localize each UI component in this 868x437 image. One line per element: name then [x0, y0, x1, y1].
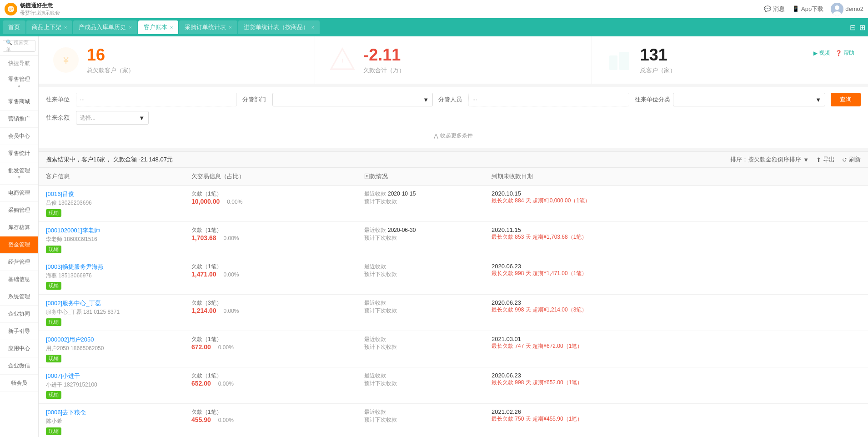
- debt-amount-0[interactable]: 10,000.00: [191, 198, 220, 205]
- overdue-link-5[interactable]: 超期¥652.00（1笔）: [532, 379, 582, 386]
- balance-select[interactable]: 选择... ▼: [76, 111, 149, 125]
- sidebar-item-retail-stats[interactable]: 零售统计: [0, 145, 38, 162]
- help-btn[interactable]: ❓ 帮助: [835, 49, 854, 57]
- sidebar-item-purchase[interactable]: 采购管理: [0, 202, 38, 219]
- view-btn[interactable]: ▶ 视频: [813, 49, 830, 57]
- result-actions: 排序：按欠款金额倒序排序 ▼ ⬆ 导出 ↺ 刷新: [730, 156, 861, 164]
- debt-amount-5[interactable]: 652.00: [191, 380, 211, 387]
- sidebar-item-batch-mgmt[interactable]: 批发管理 ▼: [0, 162, 38, 185]
- result-info: 搜索结果中，客户16家， 欠款金额 -21,148.07元: [46, 156, 173, 164]
- sidebar-nav: 零售管理 ▲ 零售商城 营销推广 会员中心 零售统计 批发管理 ▼ 电商管理: [0, 71, 38, 392]
- tab-customer-account[interactable]: 客户账本 ×: [138, 20, 178, 34]
- tab-product-in-close[interactable]: ×: [129, 25, 131, 30]
- sidebar-item-basic-info[interactable]: 基础信息: [0, 271, 38, 288]
- tab-product-off[interactable]: 商品上下架 ×: [26, 20, 72, 34]
- tab-product-in[interactable]: 产成品入库单历史 ×: [73, 20, 137, 34]
- app-subtitle: 母婴行业演示账套: [20, 10, 60, 16]
- tab-purchase-order[interactable]: 采购订单统计表 ×: [179, 20, 237, 34]
- customer-sub-4: 用户2050 18665062050: [46, 345, 191, 352]
- sidebar-item-retail-mall[interactable]: 零售商城: [0, 93, 38, 111]
- customer-name-5[interactable]: [0007]小进干: [46, 372, 80, 379]
- overdue-link-1[interactable]: 超期¥1,703.68（1笔）: [532, 234, 587, 240]
- overdue-link-0[interactable]: 超期¥10,000.00（1笔）: [532, 197, 590, 204]
- top-bar: 好 畅捷通好生意 母婴行业演示账套 💬 消息 📱 App下载 demo2: [0, 0, 868, 18]
- sidebar-item-corp-wechat[interactable]: 企业微信: [0, 357, 38, 375]
- svg-point-3: [835, 5, 839, 10]
- app-download-btn[interactable]: 📱 App下载: [792, 5, 823, 13]
- refresh-btn[interactable]: ↺ 刷新: [842, 156, 861, 164]
- export-btn[interactable]: ⬆ 导出: [816, 156, 835, 164]
- debt-amount-2[interactable]: 1,471.00: [191, 271, 216, 278]
- result-summary-text: 搜索结果中，客户16家: [46, 156, 105, 163]
- debt-amount-6[interactable]: 455.90: [191, 416, 211, 423]
- debt-cell-5: 欠款（1笔） 652.00 0.00%: [191, 372, 364, 387]
- tab-product-off-close[interactable]: ×: [64, 25, 67, 30]
- customer-name-2[interactable]: [0003]畅捷服务尹海燕: [46, 263, 104, 270]
- avatar: [831, 3, 843, 15]
- sidebar-item-operations[interactable]: 经营管理: [0, 254, 38, 271]
- tag-5: 现销: [46, 391, 61, 399]
- tab-purchase-stats-close[interactable]: ×: [311, 25, 314, 30]
- customer-name-6[interactable]: [0006]去下粮仓: [46, 409, 86, 416]
- customer-name-1[interactable]: [0001020001]李老师: [46, 227, 100, 234]
- debt-percent-0: 0.00%: [227, 199, 242, 205]
- sidebar-item-app-center[interactable]: 应用中心: [0, 340, 38, 357]
- overdue-link-6[interactable]: 超期¥455.90（1笔）: [532, 416, 582, 422]
- tab-bar: 首页 商品上下架 × 产成品入库单历史 × 客户账本 × 采购订单统计表 × 进…: [0, 18, 868, 36]
- tab-customer-account-close[interactable]: ×: [170, 25, 173, 30]
- dept-select[interactable]: ▼: [272, 93, 433, 106]
- customer-name-4[interactable]: [000002]用户2050: [46, 336, 94, 343]
- card-icon-3: [606, 46, 633, 74]
- filter-row-2: 往来余额 选择... ▼: [46, 111, 861, 125]
- user-avatar-area[interactable]: demo2: [831, 3, 863, 15]
- basic-info-label: 基础信息: [3, 276, 35, 283]
- sidebar-item-member[interactable]: 会员中心: [0, 128, 38, 145]
- debt-amount-1[interactable]: 1,703.68: [191, 234, 216, 241]
- svg-rect-10: [619, 52, 629, 70]
- sidebar-item-marketing[interactable]: 营销推广: [0, 111, 38, 128]
- tab-minimize-icon[interactable]: ⊟: [850, 23, 856, 32]
- source-unit-input[interactable]: ···: [76, 93, 237, 106]
- filter-unit-classify: 往来单位分类 ▼: [635, 93, 826, 106]
- customer-name-0[interactable]: [0016]吕俊: [46, 191, 74, 197]
- tab-home[interactable]: 首页: [3, 20, 25, 34]
- operations-label: 经营管理: [3, 258, 35, 266]
- tab-purchase-order-close[interactable]: ×: [229, 25, 231, 30]
- table-container: 客户信息 欠交易信息（占比） 回款情况 到期未收款日期 [0016]吕俊 吕俊 …: [39, 168, 868, 437]
- marketing-label: 营销推广: [3, 115, 35, 123]
- sidebar-search-input[interactable]: 🔍 搜索菜单: [3, 40, 35, 52]
- sidebar-item-guide[interactable]: 新手引导: [0, 323, 38, 340]
- main-content: ¥ 16 总欠款客户（家） ! -2.11 欠款合计（万）: [39, 36, 868, 437]
- tab-product-off-label: 商品上下架: [32, 23, 61, 31]
- message-btn[interactable]: 💬 消息: [764, 5, 785, 13]
- sidebar-item-finance[interactable]: 资金管理: [0, 236, 38, 254]
- sidebar-item-system[interactable]: 系统管理: [0, 288, 38, 306]
- tab-expand-icon[interactable]: ⊞: [859, 23, 865, 32]
- sidebar-item-enterprise[interactable]: 企业协同: [0, 306, 38, 323]
- overdue-link-4[interactable]: 超期¥672.00（1笔）: [532, 343, 582, 349]
- sidebar-item-retail-mgmt[interactable]: 零售管理 ▲: [0, 71, 38, 93]
- collapse-btn[interactable]: ⋀ 收起更多条件: [434, 132, 473, 140]
- tab-purchase-stats-label: 进货单统计表（按商品）: [244, 23, 309, 31]
- tab-purchase-stats[interactable]: 进货单统计表（按商品） ×: [238, 20, 320, 34]
- overdue-link-3[interactable]: 超期¥1,214.00（3笔）: [532, 306, 587, 313]
- debt-amount-3[interactable]: 1,214.00: [191, 307, 216, 314]
- person-input[interactable]: ···: [468, 93, 629, 106]
- debt-cell-2: 欠款（1笔） 1,471.00 0.00%: [191, 263, 364, 278]
- col-customer-info: 客户信息: [46, 172, 191, 181]
- sidebar-item-vip[interactable]: 畅会员: [0, 375, 38, 392]
- query-button[interactable]: 查询: [831, 93, 861, 106]
- member-label: 会员中心: [3, 132, 35, 140]
- unit-classify-select[interactable]: ▼: [673, 93, 826, 106]
- overdue-link-2[interactable]: 超期¥1,471.00（1笔）: [532, 270, 587, 276]
- sort-control[interactable]: 排序：按欠款金额倒序排序 ▼: [730, 156, 809, 164]
- sidebar-item-ecommerce[interactable]: 电商管理: [0, 185, 38, 202]
- filter-person: 分管人员 ···: [438, 93, 629, 106]
- customer-name-3[interactable]: [0002]服务中心_丁磊: [46, 300, 101, 306]
- ecommerce-label: 电商管理: [3, 189, 35, 197]
- debt-amount-4[interactable]: 672.00: [191, 343, 211, 351]
- message-icon: 💬: [764, 5, 771, 12]
- sidebar-item-inventory[interactable]: 库存核算: [0, 219, 38, 236]
- layout: 🔍 搜索菜单 快捷导航 零售管理 ▲ 零售商城 营销推广 会员中心 零售统计 批…: [0, 36, 868, 437]
- due-cell-5: 2020.06.23 最长欠款 998 天 超期¥652.00（1笔）: [492, 372, 861, 387]
